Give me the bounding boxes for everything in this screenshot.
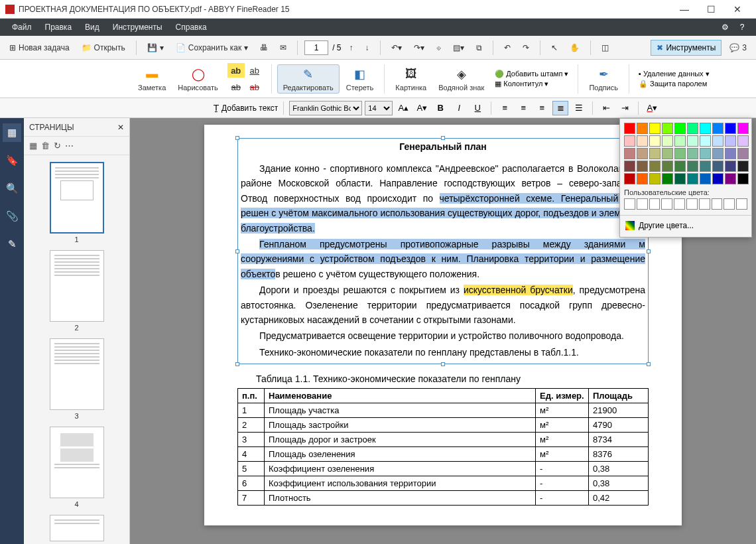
redo-button[interactable]: ↷ [519, 40, 533, 55]
color-swatch[interactable] [637, 173, 648, 184]
bookmarks-tab-icon[interactable]: 🔖 [3, 151, 21, 170]
color-swatch[interactable] [674, 148, 686, 159]
align-center-button[interactable]: ≡ [515, 101, 531, 115]
italic-button[interactable]: I [451, 101, 467, 115]
extract-button[interactable]: ⧉ [472, 40, 486, 55]
mail-button[interactable]: ✉ [276, 40, 290, 55]
custom-swatch[interactable] [686, 198, 698, 210]
color-swatch[interactable] [687, 135, 698, 147]
color-swatch[interactable] [725, 148, 736, 159]
color-swatch[interactable] [687, 148, 698, 159]
thumb-3[interactable]: 3 [48, 338, 106, 420]
custom-swatch[interactable] [637, 198, 648, 210]
color-swatch[interactable] [649, 135, 661, 147]
color-swatch[interactable] [637, 135, 648, 147]
page-up-button[interactable]: ↑ [346, 40, 357, 55]
menu-edit[interactable]: Правка [38, 19, 79, 36]
color-swatch[interactable] [674, 123, 686, 134]
color-swatch[interactable] [624, 161, 635, 172]
color-swatch[interactable] [700, 123, 711, 134]
edit-button[interactable]: ✎Редактировать [277, 64, 340, 94]
thumb-1[interactable]: 1 [48, 162, 106, 243]
more-icon[interactable]: ⋯ [65, 141, 74, 151]
line-spacing-button[interactable]: ☰ [571, 101, 587, 115]
note-button[interactable]: ▬Заметка [133, 65, 171, 93]
color-swatch[interactable] [725, 161, 736, 172]
color-swatch[interactable] [737, 173, 749, 184]
grow-font-button[interactable]: A▴ [395, 101, 411, 115]
color-swatch[interactable] [712, 148, 724, 159]
strikeout-button[interactable]: ab [227, 80, 245, 94]
bold-button[interactable]: B [432, 101, 448, 115]
more-colors-button[interactable]: Другие цвета... [624, 218, 747, 233]
custom-swatch[interactable] [674, 198, 685, 210]
color-swatch[interactable] [674, 161, 686, 172]
open-button[interactable]: 📁Открыть [78, 40, 129, 55]
text-edit-box[interactable]: Генеральный план Здание конно - спортивн… [237, 138, 649, 364]
color-swatch[interactable] [712, 161, 724, 172]
custom-swatch[interactable] [661, 198, 672, 210]
custom-swatch[interactable] [624, 198, 635, 210]
rotate-right-button[interactable]: ↷▾ [410, 40, 428, 55]
color-swatch[interactable] [624, 148, 635, 159]
shrink-font-button[interactable]: A▾ [414, 101, 430, 115]
color-swatch[interactable] [674, 135, 686, 147]
menu-tools[interactable]: Инструменты [106, 19, 169, 36]
color-swatch[interactable] [649, 123, 661, 134]
comments-button[interactable]: 💬3 [725, 40, 751, 55]
color-swatch[interactable] [662, 173, 673, 184]
custom-swatch[interactable] [736, 198, 747, 210]
color-swatch[interactable] [712, 135, 724, 147]
align-right-button[interactable]: ≡ [534, 101, 550, 115]
indent-right-button[interactable]: ⇥ [617, 101, 633, 115]
close-panel-button[interactable]: ✕ [117, 123, 124, 132]
settings-icon[interactable]: ⚙ [716, 19, 733, 36]
font-select[interactable]: Franklin Gothic Bo [289, 101, 362, 115]
color-swatch[interactable] [725, 173, 736, 184]
tools-panel-button[interactable]: ✖Инструменты [651, 40, 722, 56]
page-down-button[interactable]: ↓ [361, 40, 373, 55]
color-swatch[interactable] [737, 161, 749, 172]
save-as-button[interactable]: 📄Сохранить как ▾ [172, 40, 252, 55]
color-swatch[interactable] [637, 148, 648, 159]
color-swatch[interactable] [737, 135, 749, 147]
picture-button[interactable]: 🖼Картинка [390, 65, 432, 93]
color-swatch[interactable] [649, 173, 661, 184]
thumb-5[interactable] [48, 515, 106, 541]
color-swatch[interactable] [737, 123, 749, 134]
color-swatch[interactable] [725, 135, 736, 147]
color-swatch[interactable] [712, 173, 724, 184]
color-swatch[interactable] [662, 161, 673, 172]
color-swatch[interactable] [712, 123, 724, 134]
protect-button[interactable]: 🔒 Защита паролем [639, 80, 710, 88]
align-left-button[interactable]: ≡ [497, 101, 513, 115]
menu-file[interactable]: Файл [5, 19, 38, 36]
color-swatch[interactable] [737, 148, 749, 159]
add-text-button[interactable]: ṮДобавить текст [214, 101, 278, 115]
color-swatch[interactable] [687, 173, 698, 184]
font-color-button[interactable]: A▾ [644, 101, 660, 115]
color-swatch[interactable] [700, 148, 711, 159]
add-page-icon[interactable]: ▦ [29, 141, 37, 151]
menu-help[interactable]: Справка [169, 19, 214, 36]
strikeout-red-button[interactable]: ab [246, 80, 263, 94]
align-justify-button[interactable]: ≣ [552, 101, 568, 115]
watermark-button[interactable]: ◈Водяной знак [433, 65, 489, 93]
page-tools-button[interactable]: ▤▾ [449, 40, 468, 55]
font-size-select[interactable]: 14 [365, 101, 393, 115]
color-swatch[interactable] [687, 161, 698, 172]
color-swatch[interactable] [637, 123, 648, 134]
custom-swatch[interactable] [724, 198, 735, 210]
indent-left-button[interactable]: ⇤ [598, 101, 614, 115]
thumb-4[interactable]: 4 [48, 427, 106, 508]
color-swatch[interactable] [700, 173, 711, 184]
rotate-left-button[interactable]: ↶▾ [387, 40, 406, 55]
erase-button[interactable]: ◧Стереть [341, 65, 379, 93]
underline-button[interactable]: ab [246, 63, 263, 78]
color-swatch[interactable] [700, 161, 711, 172]
help-icon[interactable]: ? [733, 19, 751, 36]
rotate-page-icon[interactable]: ↻ [54, 141, 61, 151]
color-swatch[interactable] [624, 173, 635, 184]
save-button[interactable]: 💾▾ [143, 40, 168, 55]
hand-button[interactable]: ✋ [566, 40, 584, 55]
